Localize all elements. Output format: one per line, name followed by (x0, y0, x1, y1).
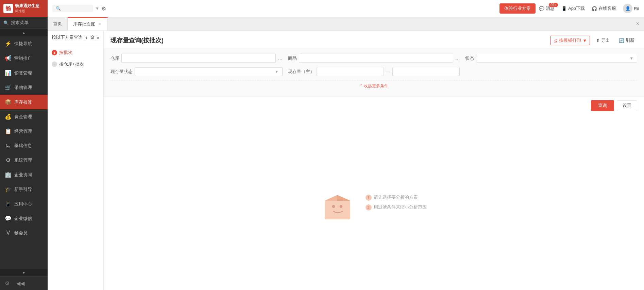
left-panel-header: 按以下方案查询 + ⚙ « (48, 31, 103, 44)
scheme-item-batch[interactable]: ● 按批次 (48, 47, 103, 58)
filter-row-1: 仓库 ... 商品 ... 状态 ▼ (111, 54, 637, 63)
sidebar-item-inventory[interactable]: 📦 库存核算 (0, 95, 48, 109)
topbar-dropdown-btn[interactable]: ▼ (95, 6, 99, 11)
sidebar-item-system[interactable]: ⚙ 系统管理 (0, 153, 48, 167)
scheme-item-warehouse-batch[interactable]: ○ 按仓库+批次 (48, 58, 103, 70)
stock-qty-dash: — (386, 69, 390, 74)
query-button[interactable]: 查询 (591, 100, 614, 111)
svg-rect-0 (325, 201, 350, 219)
hint-label-2: 用过滤条件来缩小分析范围 (374, 204, 427, 210)
empty-illustration (321, 185, 355, 223)
collapse-chevron-icon: ⌃ (359, 84, 363, 88)
product-dots-btn[interactable]: ... (455, 55, 460, 61)
product-label: 商品 (288, 55, 297, 61)
warehouse-dots-btn[interactable]: ... (278, 55, 282, 61)
user-label: Rit (634, 6, 639, 11)
add-scheme-btn[interactable]: + (85, 35, 88, 40)
shortcut-icon: ⚡ (5, 40, 12, 47)
apps-icon: 📱 (5, 201, 12, 207)
svg-point-4 (340, 205, 342, 208)
filter-area: 仓库 ... 商品 ... 状态 ▼ (104, 49, 644, 97)
status-select[interactable]: ▼ (476, 54, 637, 63)
sidebar-scroll-down[interactable]: ▼ (0, 269, 48, 276)
sidebar-item-purchase[interactable]: 🛒 采购管理 (0, 80, 48, 95)
export-icon: ⬆ (596, 38, 600, 43)
sidebar-item-marketing[interactable]: 📢 营销推广 (0, 51, 48, 66)
sidebar-item-label: 库存核算 (14, 99, 32, 105)
tab-home[interactable]: 首页 (48, 17, 68, 30)
sidebar-item-shortcut[interactable]: ⚡ 快捷导航 (0, 36, 48, 51)
app-download-btn[interactable]: 📱 App下载 (561, 5, 585, 12)
online-support-btn[interactable]: 🎧 在线客服 (592, 5, 616, 12)
collapse-filter-btn[interactable]: ⌃ 收起更多条件 (111, 80, 637, 92)
sidebar-item-label: 企业微信 (14, 216, 32, 222)
content-area: 按以下方案查询 + ⚙ « ● 按批次 ○ 按仓库+批次 (48, 31, 644, 290)
sidebar-item-enterprise[interactable]: 🏢 企业协同 (0, 167, 48, 182)
sidebar-header: 畅 畅康通好生意 标准版 (0, 0, 48, 17)
app-title-block: 畅康通好生意 标准版 (15, 3, 39, 14)
app-download-label: App下载 (568, 5, 585, 12)
left-panel-title: 按以下方案查询 (52, 34, 83, 40)
marketing-icon: 📢 (5, 55, 12, 61)
sidebar-search[interactable]: 🔍 搜索菜单 (0, 17, 48, 29)
sidebar-scroll-up[interactable]: ▲ (0, 29, 48, 36)
sidebar-item-finance[interactable]: 💰 资金管理 (0, 109, 48, 124)
sidebar-item-label: 销售管理 (14, 70, 32, 76)
filter-stock-qty: 现存量（主） — (288, 67, 460, 76)
tab-close-btn[interactable]: × (97, 22, 102, 26)
sidebar-item-label: 基础信息 (14, 143, 32, 149)
sidebar-item-sales[interactable]: 📊 销售管理 (0, 66, 48, 80)
stock-status-select[interactable]: ▼ (135, 67, 283, 76)
left-panel: 按以下方案查询 + ⚙ « ● 按批次 ○ 按仓库+批次 (48, 31, 104, 290)
scheme-settings-btn[interactable]: ⚙ (90, 34, 95, 40)
product-input[interactable] (299, 54, 453, 63)
trial-button[interactable]: 体验行业方案 (499, 3, 536, 14)
enterprise-icon: 🏢 (5, 171, 12, 178)
filter-status: 状态 ▼ (465, 54, 637, 63)
warehouse-input[interactable] (121, 54, 276, 63)
footer-collapse-icon[interactable]: ◀◀ (16, 280, 24, 287)
scheme-item-label: 按仓库+批次 (59, 61, 84, 67)
footer-settings-icon[interactable]: ⚙ (5, 280, 10, 287)
basic-icon: 🗂 (5, 143, 12, 149)
template-print-btn[interactable]: 🖨 按模板打印 ▼ (550, 36, 590, 45)
filter-product: 商品 ... (288, 54, 460, 63)
filter-row-2: 现存量状态 ▼ 现存量（主） — (111, 67, 637, 76)
sidebar-item-basic[interactable]: 🗂 基础信息 (0, 139, 48, 153)
user-avatar-btn[interactable]: 👤 Rit (623, 4, 639, 13)
svg-marker-1 (325, 195, 337, 201)
collapse-label: 收起更多条件 (364, 84, 388, 88)
scheme-item-label: 按批次 (59, 50, 72, 56)
stock-qty-min-input[interactable] (317, 67, 384, 76)
sidebar-item-label: 应用中心 (14, 201, 32, 207)
tab-inventory-batch[interactable]: 库存批次账 × (68, 17, 108, 31)
sidebar-item-wechat[interactable]: 💬 企业微信 (0, 211, 48, 226)
topbar-search-box[interactable]: 🔍 (52, 5, 93, 12)
topbar-gear-icon[interactable]: ⚙ (101, 5, 106, 12)
action-bar: 查询 设置 (104, 97, 644, 114)
sidebar-item-label: 资金管理 (14, 114, 32, 120)
hint-num-1: 1 (366, 195, 372, 201)
sidebar-item-apps[interactable]: 📱 应用中心 (0, 197, 48, 211)
avatar: 👤 (623, 4, 632, 13)
stock-qty-max-input[interactable] (392, 67, 460, 76)
empty-hint-2: 2 用过滤条件来缩小分析范围 (366, 204, 427, 211)
stock-status-label: 现存量状态 (111, 69, 133, 75)
tabs-panel-close-btn[interactable]: × (636, 21, 639, 27)
message-icon: 💬 (539, 6, 544, 11)
purchase-icon: 🛒 (5, 84, 12, 91)
sidebar-item-newbie[interactable]: 🎓 新手引导 (0, 182, 48, 197)
hint-num-2: 2 (366, 204, 372, 211)
refresh-label: 刷新 (626, 37, 634, 43)
sidebar-item-operations[interactable]: 📋 经营管理 (0, 124, 48, 139)
refresh-btn[interactable]: 🔄 刷新 (616, 36, 637, 45)
messages-btn[interactable]: 💬 消息 99+ (539, 5, 555, 12)
settings-button[interactable]: 设置 (617, 100, 637, 111)
sidebar-item-member[interactable]: V 畅会员 (0, 226, 48, 240)
sidebar-item-label: 企业协同 (14, 172, 32, 178)
warehouse-label: 仓库 (111, 55, 119, 61)
empty-state: 1 请先选择要分析的方案 2 用过滤条件来缩小分析范围 (104, 114, 644, 290)
scheme-collapse-btn[interactable]: « (97, 35, 99, 40)
export-btn[interactable]: ⬆ 导出 (593, 36, 613, 45)
scheme-list: ● 按批次 ○ 按仓库+批次 (48, 44, 103, 73)
